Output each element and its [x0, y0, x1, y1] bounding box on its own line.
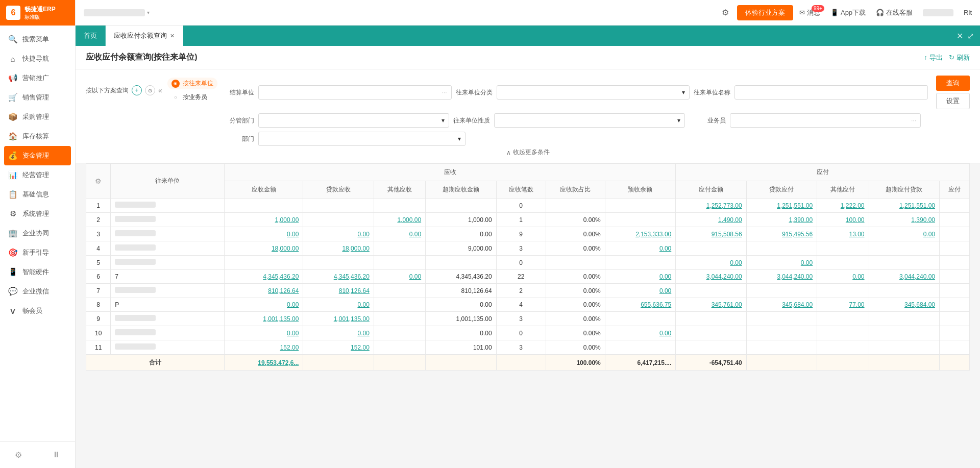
member-icon: V — [8, 306, 17, 315]
sidebar-item-operation[interactable]: 📊 经营管理 — [0, 165, 75, 185]
col-ap-loan: 贷款应付 — [746, 181, 817, 199]
scheme-options-button[interactable]: ⊙ — [145, 85, 155, 95]
sidebar-item-basic-info[interactable]: 📋 基础信息 — [0, 185, 75, 204]
table-row: 101,252,773.001,251,551.001,222.001,251,… — [86, 199, 970, 213]
more-conditions-button[interactable]: ∧ 收起更多条件 — [506, 148, 550, 157]
app-icon: 📱 — [830, 9, 839, 16]
footer-label: 合计 — [86, 355, 225, 371]
sidebar-item-newbie[interactable]: 🎯 新手引导 — [0, 243, 75, 262]
sidebar-collapse-button[interactable]: ⏸ — [48, 448, 64, 462]
sidebar-item-search-menu[interactable]: 🔍 搜索菜单 — [0, 30, 75, 49]
collapse-button[interactable]: « — [158, 86, 162, 94]
settlement-unit-input[interactable]: ··· — [258, 85, 452, 100]
home-icon: ⌂ — [8, 54, 17, 63]
unit-nature-select[interactable]: ▾ — [494, 113, 685, 128]
tab-arbalance[interactable]: 应收应付余额查询 ✕ — [106, 26, 183, 46]
data-table: ⚙ 往来单位 应收 应付 应收金额 贷款应收 其他应收 超期应收金额 应收笔数 … — [86, 163, 970, 371]
topbar-actions: ✉ 消息 99+ 📱 App下载 🎧 在线客服 Rit — [799, 8, 972, 17]
table-row: 500.000.00 — [86, 256, 970, 270]
marketing-icon: 📢 — [8, 73, 17, 83]
username[interactable]: Rit — [964, 9, 972, 16]
table-row: 91,001,135.001,001,135.001,001,135.0030.… — [86, 312, 970, 326]
col-ap-tail: 应付 — [940, 181, 970, 199]
sidebar-item-wechat[interactable]: 💬 企业微信 — [0, 282, 75, 301]
sidebar-item-marketing[interactable]: 📢 营销推广 — [0, 68, 75, 88]
export-button[interactable]: ↑ 导出 — [924, 53, 943, 62]
tabbar-close-button[interactable]: ✕ — [957, 31, 963, 41]
sidebar-logo: 6 畅捷通ERP 标准版 — [0, 0, 75, 26]
col-ap-other: 其他应付 — [817, 181, 869, 199]
footer-ar-overdue — [426, 355, 496, 371]
table-row: 30.000.000.000.0090.00%2,153,333.00915,5… — [86, 227, 970, 241]
settings-gear-icon[interactable]: ⚙ — [720, 6, 731, 19]
salesperson-dots-icon: ··· — [911, 117, 916, 124]
table-row: 11152.00152.00101.0030.00% — [86, 340, 970, 355]
sidebar-item-system[interactable]: ⚙ 系统管理 — [0, 204, 75, 224]
salesperson-input[interactable]: ··· — [730, 113, 921, 128]
newbie-icon: 🎯 — [8, 248, 17, 257]
logo-text: 畅捷通ERP 标准版 — [24, 5, 56, 21]
footer-ap-overdue — [869, 355, 939, 371]
export-icon: ↑ — [924, 54, 928, 61]
unit-category-select[interactable]: ▾ — [497, 85, 690, 100]
col-unit-header: 往来单位 — [111, 164, 225, 199]
search-form: 按以下方案查询 + ⊙ « ◉ 按往来单位 ○ 按业务员 — [76, 69, 980, 163]
search-icon: 🔍 — [8, 35, 17, 44]
col-settings[interactable]: ⚙ — [86, 164, 111, 199]
page-header-actions: ↑ 导出 ↻ 刷新 — [924, 53, 970, 62]
column-settings-icon[interactable]: ⚙ — [95, 177, 102, 185]
unit-nature-chevron: ▾ — [677, 117, 680, 124]
dept-select[interactable]: ▾ — [258, 113, 449, 128]
tab-home[interactable]: 首页 — [76, 26, 106, 46]
col-payable-group: 应付 — [676, 164, 970, 181]
col-ar-amount: 应收金额 — [224, 181, 303, 199]
tabbar-actions: ✕ ⤢ — [950, 31, 980, 41]
logo-icon: 6 — [6, 6, 20, 20]
sidebar-item-purchase[interactable]: 📦 采购管理 — [0, 107, 75, 127]
table-row: 7810,126.64810,126.64810,126.6420.00%0.0… — [86, 284, 970, 298]
sidebar-item-enterprise[interactable]: 🏢 企业协同 — [0, 224, 75, 243]
footer-ar-amount: 19,553,472,6... — [224, 355, 303, 371]
search-scheme-label: 按以下方案查询 — [86, 86, 129, 95]
tab-close-icon[interactable]: ✕ — [170, 33, 175, 39]
refresh-button[interactable]: ↻ 刷新 — [949, 53, 970, 62]
sidebar: 6 畅捷通ERP 标准版 🔍 搜索菜单 ⌂ 快捷导航 📢 营销推广 🛒 销售管理… — [0, 0, 76, 468]
sidebar-item-sales[interactable]: 🛒 销售管理 — [0, 88, 75, 107]
inventory-icon: 🏠 — [8, 132, 17, 141]
finance-icon: 💰 — [8, 151, 17, 160]
col-ar-other: 其他应收 — [374, 181, 425, 199]
sidebar-item-inventory[interactable]: 🏠 库存核算 — [0, 127, 75, 146]
footer-ap-other — [817, 355, 869, 371]
sidebar-settings-button[interactable]: ⚙ — [11, 448, 26, 462]
breadcrumb-text — [84, 9, 145, 16]
purchase-icon: 📦 — [8, 112, 17, 121]
add-scheme-button[interactable]: + — [132, 85, 142, 95]
sidebar-menu: 🔍 搜索菜单 ⌂ 快捷导航 📢 营销推广 🛒 销售管理 📦 采购管理 🏠 库存核… — [0, 26, 75, 441]
query-button[interactable]: 查询 — [936, 76, 970, 91]
sidebar-item-quick-nav[interactable]: ⌂ 快捷导航 — [0, 49, 75, 68]
setting-button[interactable]: 设置 — [936, 93, 970, 109]
promo-button[interactable]: 体验行业方案 — [737, 5, 793, 20]
sidebar-item-smart-hw[interactable]: 📱 智能硬件 — [0, 262, 75, 282]
footer-ar-count — [496, 355, 546, 371]
message-button[interactable]: ✉ 消息 99+ — [799, 8, 820, 17]
sidebar-item-member[interactable]: V 畅会员 — [0, 301, 75, 321]
sidebar-item-finance[interactable]: 💰 资金管理 — [4, 146, 71, 165]
table-row: 21,000.001,000.001,000.0010.00%1,490.001… — [86, 213, 970, 227]
unit-name-input[interactable] — [734, 85, 928, 100]
search-option-by-staff[interactable]: ○ 按业务员 — [167, 91, 217, 103]
footer-ar-ratio: 100.00% — [546, 355, 605, 371]
tabbar-fullscreen-button[interactable]: ⤢ — [967, 31, 974, 41]
search-option-by-unit[interactable]: ◉ 按往来单位 — [167, 78, 217, 89]
online-service-button[interactable]: 🎧 在线客服 — [876, 8, 913, 17]
main-content: ▾ ⚙ 体验行业方案 ✉ 消息 99+ 📱 App下载 🎧 在线客服 Rit 首… — [76, 0, 980, 468]
department-select[interactable]: ▾ — [258, 132, 465, 146]
table-row: 100.000.000.0000.00%0.00 — [86, 326, 970, 340]
enterprise-icon: 🏢 — [8, 229, 17, 238]
breadcrumb-chevron: ▾ — [147, 10, 150, 15]
unit-category-field: 往来单位分类 ▾ — [456, 85, 690, 100]
table-row: 8P0.000.000.0040.00%655,636.75345,761.00… — [86, 298, 970, 312]
col-ar-advance: 预收余额 — [605, 181, 675, 199]
smart-hw-icon: 📱 — [8, 267, 17, 277]
app-download-button[interactable]: 📱 App下载 — [830, 8, 866, 17]
